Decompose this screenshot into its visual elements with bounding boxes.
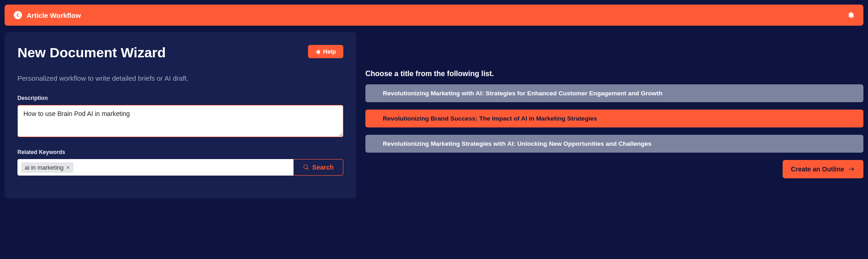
hand-icon xyxy=(315,49,321,55)
page-title: New Document Wizard xyxy=(17,45,166,61)
help-label: Help xyxy=(323,48,336,55)
header-left: Article Workflow xyxy=(14,11,81,19)
keywords-row: ai in marketing × Search xyxy=(17,159,343,176)
choose-title-heading: Choose a title from the following list. xyxy=(365,70,863,78)
arrow-right-icon xyxy=(848,166,855,172)
outline-row: Create an Outline xyxy=(365,160,863,178)
description-field: Description xyxy=(17,95,343,139)
remove-tag-icon[interactable]: × xyxy=(67,165,70,171)
description-input[interactable] xyxy=(17,105,343,137)
title-option[interactable]: Revolutionizing Marketing with AI: Strat… xyxy=(365,84,863,102)
header-title: Article Workflow xyxy=(27,11,81,19)
gear-icon[interactable] xyxy=(847,11,854,19)
description-label: Description xyxy=(17,95,343,101)
keywords-field: Related Keywords ai in marketing × Searc… xyxy=(17,149,343,176)
search-label: Search xyxy=(312,164,334,171)
svg-line-1 xyxy=(307,168,309,170)
create-outline-label: Create an Outline xyxy=(791,165,844,173)
keyword-tag-label: ai in marketing xyxy=(25,164,64,171)
keywords-input[interactable]: ai in marketing × xyxy=(17,159,293,176)
search-icon xyxy=(303,164,309,171)
title-option[interactable]: Revolutionizing Brand Success: The Impac… xyxy=(365,110,863,127)
keyword-tag: ai in marketing × xyxy=(21,162,73,173)
wizard-panel: New Document Wizard Help Personalized wo… xyxy=(5,32,356,198)
back-icon[interactable] xyxy=(14,11,22,19)
header-bar: Article Workflow xyxy=(5,5,863,26)
create-outline-button[interactable]: Create an Outline xyxy=(783,160,863,178)
search-button[interactable]: Search xyxy=(293,159,343,176)
svg-point-0 xyxy=(304,165,308,169)
help-button[interactable]: Help xyxy=(308,45,343,58)
main-row: New Document Wizard Help Personalized wo… xyxy=(5,32,863,198)
panel-head: New Document Wizard Help xyxy=(17,45,343,61)
keywords-label: Related Keywords xyxy=(17,149,343,155)
wizard-subtitle: Personalized workflow to write detailed … xyxy=(17,74,343,82)
title-option[interactable]: Revolutionizing Marketing Strategies wit… xyxy=(365,135,863,153)
title-chooser: Choose a title from the following list. … xyxy=(365,32,863,178)
title-option-list: Revolutionizing Marketing with AI: Strat… xyxy=(365,84,863,153)
